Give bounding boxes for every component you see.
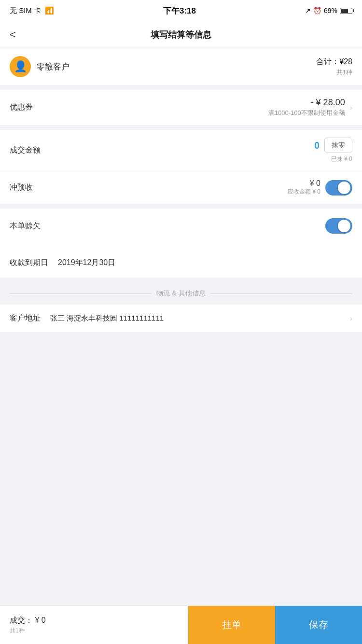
back-button[interactable]: < bbox=[10, 28, 16, 41]
due-date-value: 2019年12月30日 bbox=[58, 258, 115, 268]
amount-section: 成交金额 抹零 已抹 ¥ 0 冲预收 ¥ 0 应收金额 ¥ 0 bbox=[0, 130, 362, 204]
pre-collection-value-block: ¥ 0 应收金额 ¥ 0 bbox=[288, 179, 320, 196]
main-content: 👤 零散客户 合计：¥28 共1种 优惠券 - ¥ 28.00 满1000-10… bbox=[0, 48, 362, 385]
coupon-value-block: - ¥ 28.00 满1000-100不限制使用金额 bbox=[268, 98, 345, 117]
customer-info: 👤 零散客户 bbox=[10, 56, 70, 77]
debt-label: 本单赊欠 bbox=[10, 221, 41, 231]
status-bar: 无 SIM 卡 📶 下午3:18 ↗ ⏰ 69% bbox=[0, 0, 362, 21]
coupon-section: 优惠券 - ¥ 28.00 满1000-100不限制使用金额 › bbox=[0, 90, 362, 125]
address-label: 客户地址 bbox=[10, 313, 41, 323]
debt-row: 本单赊欠 bbox=[0, 209, 362, 243]
address-chevron-icon: › bbox=[350, 314, 352, 323]
nav-bar: < 填写结算等信息 bbox=[0, 21, 362, 48]
due-date-row: 收款到期日 2019年12月30日 bbox=[0, 248, 362, 278]
pre-collection-right: ¥ 0 应收金额 ¥ 0 bbox=[33, 179, 352, 196]
bottom-transaction: 成交： ¥ 0 bbox=[10, 616, 179, 626]
total-count: 共1种 bbox=[316, 68, 352, 77]
coupon-right: - ¥ 28.00 满1000-100不限制使用金额 › bbox=[33, 98, 352, 117]
location-icon: ↗ bbox=[305, 7, 311, 14]
page-title: 填写结算等信息 bbox=[151, 29, 211, 41]
bottom-summary: 成交： ¥ 0 共1种 bbox=[0, 616, 188, 635]
transaction-amount-row: 成交金额 抹零 已抹 ¥ 0 bbox=[0, 130, 362, 171]
due-date-label: 收款到期日 bbox=[10, 258, 48, 268]
bottom-transaction-label: 成交： bbox=[10, 616, 33, 624]
hang-order-button[interactable]: 挂单 bbox=[188, 606, 275, 644]
battery-icon bbox=[340, 8, 352, 14]
pre-collection-toggle[interactable] bbox=[325, 180, 352, 196]
customer-name: 零散客户 bbox=[37, 61, 70, 72]
bottom-transaction-value: ¥ 0 bbox=[35, 616, 45, 624]
debt-toggle[interactable] bbox=[325, 218, 352, 234]
pre-collection-row: 冲预收 ¥ 0 应收金额 ¥ 0 bbox=[0, 171, 362, 204]
bottom-count: 共1种 bbox=[10, 627, 179, 635]
coupon-row[interactable]: 优惠券 - ¥ 28.00 满1000-100不限制使用金额 › bbox=[0, 90, 362, 125]
customer-section: 👤 零散客户 合计：¥28 共1种 bbox=[0, 48, 362, 85]
transaction-label: 成交金额 bbox=[10, 145, 41, 155]
alarm-icon: ⏰ bbox=[313, 7, 321, 14]
battery-percent: 69% bbox=[324, 7, 337, 14]
pre-collection-subtext: 应收金额 ¥ 0 bbox=[288, 188, 320, 196]
wifi-icon: 📶 bbox=[45, 6, 54, 15]
coupon-discount: - ¥ 28.00 bbox=[268, 98, 345, 108]
carrier-text: 无 SIM 卡 bbox=[10, 6, 41, 15]
address-row[interactable]: 客户地址 张三 海淀永丰科技园 11111111111 › bbox=[0, 305, 362, 332]
divider-line-right bbox=[210, 294, 352, 294]
toggle-thumb bbox=[338, 182, 350, 194]
avatar: 👤 bbox=[10, 56, 31, 77]
status-left: 无 SIM 卡 📶 bbox=[10, 6, 54, 15]
avatar-icon: 👤 bbox=[14, 60, 27, 73]
coupon-description: 满1000-100不限制使用金额 bbox=[268, 109, 345, 117]
round-zero-button[interactable]: 抹零 bbox=[324, 138, 352, 153]
coupon-label: 优惠券 bbox=[10, 102, 33, 112]
status-right: ↗ ⏰ 69% bbox=[305, 7, 352, 14]
logistics-divider: 物流 & 其他信息 bbox=[0, 282, 362, 305]
pre-collection-label: 冲预收 bbox=[10, 182, 33, 193]
bottom-bar: 成交： ¥ 0 共1种 挂单 保存 bbox=[0, 605, 362, 644]
already-rounded-text: 已抹 ¥ 0 bbox=[331, 155, 352, 163]
total-amount: 合计：¥28 bbox=[316, 57, 352, 67]
transaction-amount-input[interactable] bbox=[291, 140, 320, 151]
divider-line-left bbox=[10, 294, 152, 294]
debt-section: 本单赊欠 收款到期日 2019年12月30日 bbox=[0, 209, 362, 278]
debt-toggle-thumb bbox=[338, 220, 350, 232]
customer-total: 合计：¥28 共1种 bbox=[316, 57, 352, 77]
address-value: 张三 海淀永丰科技园 11111111111 bbox=[50, 314, 350, 323]
logistics-label: 物流 & 其他信息 bbox=[156, 289, 205, 298]
save-button[interactable]: 保存 bbox=[275, 606, 362, 644]
status-time: 下午3:18 bbox=[163, 5, 196, 16]
transaction-right: 抹零 已抹 ¥ 0 bbox=[41, 138, 352, 163]
chevron-right-icon: › bbox=[350, 103, 352, 112]
pre-collection-value: ¥ 0 bbox=[288, 179, 320, 188]
